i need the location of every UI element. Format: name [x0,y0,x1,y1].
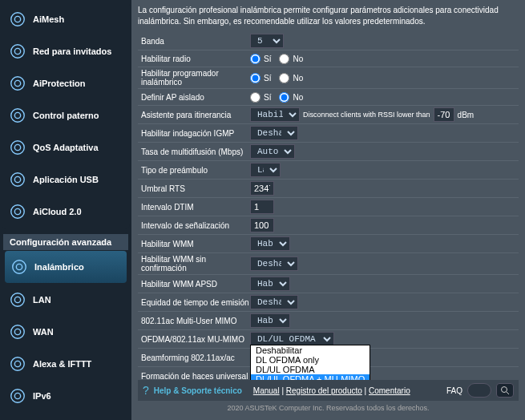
rssi-input[interactable] [434,107,454,122]
search-input[interactable] [467,383,491,398]
svg-point-16 [11,293,25,307]
isolated-yes[interactable] [250,92,260,103]
ofdma-option[interactable]: Deshabilitar [251,345,370,355]
intro-text: La configuración profesional inalámbrica… [138,5,519,27]
alexa-icon [7,353,28,374]
mesh-icon [7,9,28,30]
guest-icon [7,41,28,62]
nav-mesh[interactable]: AiMesh [3,3,128,35]
svg-point-3 [14,48,20,54]
isolated-no[interactable] [279,92,289,103]
manual-link[interactable]: Manual [253,386,280,395]
wmm-select[interactable]: Habilitar [250,236,290,251]
svg-line-35 [507,392,509,394]
advanced-header: Configuración avanzada [3,234,128,250]
sched-yes[interactable] [250,73,260,83]
igmp-label: Habilitar indagación IGMP [138,129,250,138]
search-button[interactable] [496,383,514,398]
multicast-select[interactable]: Automático [250,144,295,159]
help-icon: ? [143,384,149,397]
cloud-icon [7,201,28,222]
svg-point-10 [11,173,25,187]
svg-point-9 [14,144,20,150]
rts-label: Umbral RTS [138,184,250,193]
wmm_noack-select[interactable]: Deshabilitar [250,256,298,271]
nav-qos[interactable]: QoS Adaptativa [3,131,128,164]
ofdma-dropdown[interactable]: DeshabilitarDL OFDMA onlyDL/UL OFDMADL/U… [250,345,370,380]
qos-icon [7,137,28,158]
beacon-input[interactable] [250,218,274,232]
svg-point-14 [13,260,26,274]
ofdma-option[interactable]: DL OFDMA only [251,355,370,365]
nav-label: QoS Adaptativa [33,143,99,152]
svg-point-0 [11,13,25,26]
roaming-select[interactable]: Habilitar [250,107,300,122]
band-select[interactable]: 5 GHz [250,34,284,48]
svg-point-34 [502,387,507,393]
wmm_apsd-select[interactable]: Habilitar [250,277,290,291]
nav-label: IPv6 [33,391,51,401]
wmm-label: Habilitar WMM [138,240,250,248]
rts-input[interactable] [250,181,274,196]
nav-wan[interactable]: WAN [3,316,128,348]
svg-point-20 [11,357,25,371]
multicast-label: Tasa de multidifusión (Mbps) [138,147,250,156]
feedback-link[interactable]: Comentario [369,386,410,395]
nav-label: Control paterno [33,111,99,120]
nav-wireless[interactable]: Inalámbrico [5,251,127,283]
nav-family[interactable]: Control paterno [3,99,128,131]
nav-cloud[interactable]: AiCloud 2.0 [3,196,128,228]
dtim-input[interactable] [250,200,274,214]
dtim-label: Intervalo DTIM [138,203,250,212]
svg-point-5 [14,80,20,86]
help-support-link[interactable]: Help & Soporte técnico [154,386,242,395]
svg-point-17 [14,297,20,302]
svg-point-6 [11,109,25,123]
wmm_apsd-label: Habilitar WMM APSD [138,280,250,289]
nav-label: Aplicación USB [33,175,99,184]
svg-point-12 [11,205,25,219]
preamble-label: Tipo de preámbulo [138,166,250,175]
radio-yes[interactable] [250,54,260,64]
nav-alexa[interactable]: Alexa & IFTTT [3,348,128,380]
preamble-select[interactable]: Largo [250,163,281,177]
copyright: 2020 ASUSTeK Computer Inc. Reservados to… [138,401,519,415]
beamform-label: Beamforming 802.11ax/ac [138,353,250,362]
ofdma-option[interactable]: DL/UL OFDMA + MU-MIMO [251,374,370,380]
svg-point-8 [11,141,25,155]
faq-label: FAQ [446,386,462,395]
nav-label: AiProtection [33,79,85,88]
svg-point-11 [14,176,20,182]
radio-no[interactable] [279,54,289,64]
nav-lan[interactable]: LAN [3,284,128,316]
svg-point-1 [14,16,20,22]
svg-point-22 [11,390,25,403]
svg-point-18 [11,325,25,339]
svg-point-21 [14,361,20,366]
beacon-label: Intervalo de señalización [138,221,250,230]
igmp-select[interactable]: Deshabilitar [250,126,298,140]
svg-point-2 [11,45,25,59]
airtime-select[interactable]: Deshabilitar [250,295,298,309]
nav-label: Inalámbrico [34,262,84,272]
nav-vpn[interactable]: VPN [3,412,128,420]
wmm_noack-label: Habilitar WMM sin confirmación [138,255,250,273]
nav-label: Red para invitados [33,46,111,56]
nav-guest[interactable]: Red para invitados [3,35,128,67]
nav-label: WAN [33,327,54,337]
nav-shield[interactable]: AiProtection [3,67,128,99]
nav-ipv6[interactable]: IPv6 [3,380,128,412]
mumimo-select[interactable]: Habilitar [250,313,290,328]
product-reg-link[interactable]: Registro del producto [286,386,362,395]
svg-point-23 [14,393,20,398]
sched-label: Habilitar programador inalámbrico [138,69,250,87]
nav-usb[interactable]: Aplicación USB [3,164,128,196]
nav-label: AiMesh [33,14,64,24]
sched-no[interactable] [279,73,289,83]
ofdma-option[interactable]: DL/UL OFDMA [251,365,370,374]
svg-point-15 [16,264,22,269]
shield-icon [7,73,28,94]
band-label: Banda [138,37,250,46]
svg-point-13 [14,208,20,214]
lan-icon [7,289,28,310]
